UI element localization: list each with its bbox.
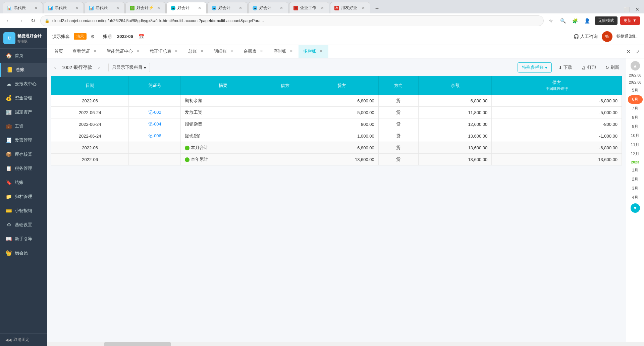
tab-multi-col-close[interactable]: ✕ [318,49,324,54]
sidebar-item-fund[interactable]: 💰 资金管理 [0,91,47,105]
sidebar-item-payroll[interactable]: 💼 工资 [0,119,47,133]
tab-detail-close[interactable]: ✕ [229,49,234,54]
sidebar-item-invoice[interactable]: 🧾 发票管理 [0,133,47,147]
browser-tab-5[interactable]: ☁ 好会计 ✕ [166,2,207,13]
tab-voucher-close[interactable]: ✕ [92,49,97,54]
tab-balance-close[interactable]: ✕ [259,49,264,54]
sidebar-item-membership[interactable]: 👑 畅会员 [0,246,47,260]
sidebar-item-cloud-report[interactable]: ☁ 云报表中心 [0,77,47,91]
sidebar-item-fixed-assets[interactable]: 🏢 固定资产 [0,105,47,119]
browser-tab-3[interactable]: 📊 易代账 ✕ [85,2,125,13]
account-settings-icon[interactable]: ⚙ [91,34,95,39]
tab-voucher-summary[interactable]: 凭证汇总表 ✕ [145,45,183,58]
month-scroll-up[interactable]: ▲ [631,61,640,70]
reload-button[interactable]: ↻ [28,16,38,26]
tab-detail-ledger[interactable]: 明细账 ✕ [209,45,239,58]
tab-home[interactable]: 首页 [50,45,68,58]
url-input[interactable]: 🔒 cloud2.chanjet.com/accounting/uh26t264… [40,15,544,26]
tab-close-4[interactable]: ✕ [156,5,161,11]
user-avatar[interactable]: 畅 [602,31,612,42]
cell-voucher [129,154,181,165]
browser-tab-8[interactable]: C 企业工作 ✕ [289,2,329,13]
multi-col-type-button[interactable]: 特殊多栏账 ▾ [518,62,552,72]
tab-close-2[interactable]: ✕ [74,5,79,11]
tab-summary-close[interactable]: ✕ [173,49,179,54]
back-button[interactable]: ← [4,16,13,26]
month-jul[interactable]: 7月 [628,104,643,113]
tab-close-6[interactable]: ✕ [238,5,243,11]
sidebar-unpin-button[interactable]: ◀◀ 取消固定 [0,333,47,346]
month-feb-2023[interactable]: 2月 [628,175,643,184]
account-next-button[interactable]: › [95,63,103,71]
tab-journal-close[interactable]: ✕ [288,49,294,54]
browser-tab-1[interactable]: 📊 易代账 ✕ [3,2,43,13]
tab-voucher[interactable]: 查看凭证 ✕ [68,45,102,58]
tab-balance[interactable]: 余额表 ✕ [239,45,269,58]
month-mar-2023[interactable]: 3月 [628,184,643,193]
sidebar-item-expense[interactable]: 💳 小畅报销 [0,204,47,218]
month-sep[interactable]: 9月 [628,122,643,131]
horizontal-scrollbar[interactable] [47,342,644,346]
browser-tab-2[interactable]: 📊 易代账 ✕ [44,2,84,13]
cell-date: 2022-06 [51,154,129,165]
browser-tab-6[interactable]: ☁ 好会计 ✕ [207,2,248,13]
sidebar-item-ledger[interactable]: 📒 总账 [0,63,47,77]
tab-close-7[interactable]: ✕ [279,5,284,11]
refresh-button[interactable]: ↻ 刷新 [603,63,622,72]
summary-indicator [185,146,190,150]
month-aug[interactable]: 8月 [628,113,643,122]
month-scroll-down[interactable]: ▼ [631,203,640,213]
close-button[interactable]: ✕ [633,5,641,13]
sidebar-item-tax[interactable]: 📋 税务管理 [0,161,47,176]
tab-close-8[interactable]: ✕ [320,5,325,11]
month-dec[interactable]: 12月 [628,150,643,158]
tab-general-ledger[interactable]: 总账 ✕ [183,45,209,58]
forward-button[interactable]: → [16,16,25,26]
month-apr-2023[interactable]: 4月 [628,193,643,202]
minimize-button[interactable]: — [612,5,620,13]
browser-tab-7[interactable]: ☁ 好会计 ✕ [248,2,288,13]
month-oct[interactable]: 10月 [628,132,643,140]
search-icon[interactable]: 🔍 [558,16,568,26]
sidebar-item-inventory[interactable]: 📦 库存核算 [0,147,47,161]
sidebar-item-closing[interactable]: 🔖 结账 [0,176,47,190]
tab-multi-col[interactable]: 多栏账 ✕ [299,45,328,58]
maximize-button[interactable]: ⬜ [623,5,631,13]
tab-general-close[interactable]: ✕ [199,49,204,54]
browser-tab-4[interactable]: 🟢 好会计⚡ ✕ [125,2,166,13]
profile-icon[interactable]: 👤 [583,16,592,26]
sidebar-item-archive[interactable]: 📁 归档管理 [0,190,47,204]
month-jun[interactable]: 6月 [628,95,643,104]
download-button[interactable]: ⬇ 下载 [556,63,575,72]
tab-close-5[interactable]: ✕ [197,5,202,11]
browser-tab-9[interactable]: 友 用友好业 ✕ [330,2,370,13]
cell-voucher[interactable]: 记-006 [129,130,181,142]
tab-close-1[interactable]: ✕ [33,5,39,11]
stealth-mode-button[interactable]: 无痕模式 [595,16,618,25]
tab-journal[interactable]: 序时账 ✕ [269,45,299,58]
close-panel-icon[interactable]: ✕ [625,47,632,56]
tab-smart-close[interactable]: ✕ [135,49,140,54]
sidebar-item-settings[interactable]: ⚙ 基础设置 [0,218,47,232]
month-may[interactable]: 5月 [628,86,643,95]
bookmark-icon[interactable]: ☆ [546,16,556,26]
tab-smart-voucher[interactable]: 智能凭证中心 ✕ [102,45,145,58]
calendar-icon[interactable]: 📅 [139,34,144,39]
month-nov[interactable]: 11月 [628,141,643,149]
update-button[interactable]: 更新 ▼ [620,16,640,25]
sub-filter-dropdown[interactable]: 只显示下级科目 ▾ [108,63,150,72]
new-tab-button[interactable]: + [372,4,382,13]
sidebar-item-home[interactable]: 🏠 首页 [0,49,47,63]
account-prev-button[interactable]: ‹ [51,63,59,71]
cell-voucher[interactable]: 记-002 [129,107,181,118]
month-jan-2023[interactable]: 1月 [628,166,643,175]
consult-button[interactable]: 🎧 人工咨询 [574,34,598,40]
print-button[interactable]: 🖨 打印 [579,63,599,72]
sidebar-item-guide[interactable]: 📖 新手引导 [0,232,47,246]
extension-icon[interactable]: 🧩 [571,16,580,26]
tab-close-3[interactable]: ✕ [115,5,120,11]
scrollbar-thumb[interactable] [104,342,171,346]
tab-close-9[interactable]: ✕ [361,5,366,11]
cell-voucher[interactable]: 记-004 [129,118,181,130]
expand-icon[interactable]: ⤢ [635,48,641,56]
